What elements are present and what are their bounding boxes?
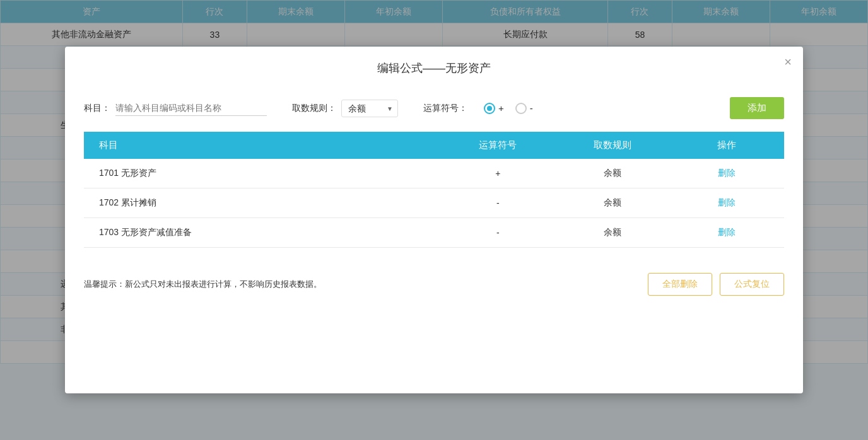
- radio-plus-circle: [484, 103, 495, 114]
- formula-form: 科目： 取数规则： 余额 借方 贷方 ▼ 运算符号： +: [65, 87, 803, 132]
- tip-text: 新公式只对未出报表进行计算，不影响历史报表数据。: [125, 279, 322, 289]
- delete-row-link[interactable]: 删除: [718, 168, 736, 178]
- modal-overlay: 编辑公式——无形资产 × 科目： 取数规则： 余额 借方 贷方 ▼ 运算符号：: [0, 0, 868, 440]
- footer-buttons: 全部删除 公式复位: [648, 273, 784, 296]
- rule-select-wrap: 余额 借方 贷方 ▼: [341, 100, 398, 117]
- reset-formula-button[interactable]: 公式复位: [720, 273, 784, 296]
- footer-tip: 温馨提示：新公式只对未出报表进行计算，不影响历史报表数据。: [84, 279, 322, 290]
- th-action: 操作: [670, 132, 784, 159]
- rule-section: 取数规则： 余额 借方 贷方 ▼: [292, 100, 398, 117]
- formula-action-cell: 删除: [670, 188, 784, 218]
- formula-table: 科目 运算符号 取数规则 操作 1701 无形资产 + 余额 删除 1702 累…: [84, 132, 784, 248]
- operator-minus-label: -: [530, 103, 533, 113]
- formula-table-row: 1702 累计摊销 - 余额 删除: [84, 188, 784, 218]
- formula-subject-cell: 1703 无形资产减值准备: [84, 218, 441, 248]
- delete-all-button[interactable]: 全部删除: [648, 273, 712, 296]
- formula-rule-cell: 余额: [555, 218, 669, 248]
- rule-label: 取数规则：: [292, 103, 336, 114]
- radio-minus-circle: [515, 103, 527, 114]
- formula-rule-cell: 余额: [555, 188, 669, 218]
- modal-footer: 温馨提示：新公式只对未出报表进行计算，不影响历史报表数据。 全部删除 公式复位: [65, 260, 803, 311]
- tip-prefix: 温馨提示：: [84, 279, 125, 289]
- subject-input[interactable]: [115, 100, 267, 116]
- th-rule: 取数规则: [555, 132, 669, 159]
- subject-label: 科目：: [84, 103, 110, 114]
- add-button[interactable]: 添加: [730, 97, 784, 119]
- th-operator: 运算符号: [441, 132, 555, 159]
- modal-title: 编辑公式——无形资产: [65, 47, 803, 87]
- formula-action-cell: 删除: [670, 159, 784, 188]
- edit-formula-modal: 编辑公式——无形资产 × 科目： 取数规则： 余额 借方 贷方 ▼ 运算符号：: [65, 47, 803, 393]
- formula-operator-cell: -: [441, 218, 555, 248]
- rule-select[interactable]: 余额 借方 贷方: [341, 100, 398, 117]
- formula-table-row: 1701 无形资产 + 余额 删除: [84, 159, 784, 188]
- formula-operator-cell: -: [441, 188, 555, 218]
- th-subject: 科目: [84, 132, 441, 159]
- formula-rule-cell: 余额: [555, 159, 669, 188]
- operator-minus-radio[interactable]: -: [515, 103, 533, 114]
- delete-row-link[interactable]: 删除: [718, 197, 736, 207]
- operator-plus-radio[interactable]: +: [484, 103, 504, 114]
- operator-group: 运算符号： + -: [423, 103, 533, 114]
- formula-table-row: 1703 无形资产减值准备 - 余额 删除: [84, 218, 784, 248]
- formula-subject-cell: 1702 累计摊销: [84, 188, 441, 218]
- formula-operator-cell: +: [441, 159, 555, 188]
- formula-table-wrap: 科目 运算符号 取数规则 操作 1701 无形资产 + 余额 删除 1702 累…: [65, 132, 803, 248]
- formula-action-cell: 删除: [670, 218, 784, 248]
- operator-label: 运算符号：: [423, 103, 467, 114]
- formula-subject-cell: 1701 无形资产: [84, 159, 441, 188]
- delete-row-link[interactable]: 删除: [718, 227, 736, 237]
- operator-plus-label: +: [498, 103, 504, 113]
- modal-close-button[interactable]: ×: [784, 55, 792, 68]
